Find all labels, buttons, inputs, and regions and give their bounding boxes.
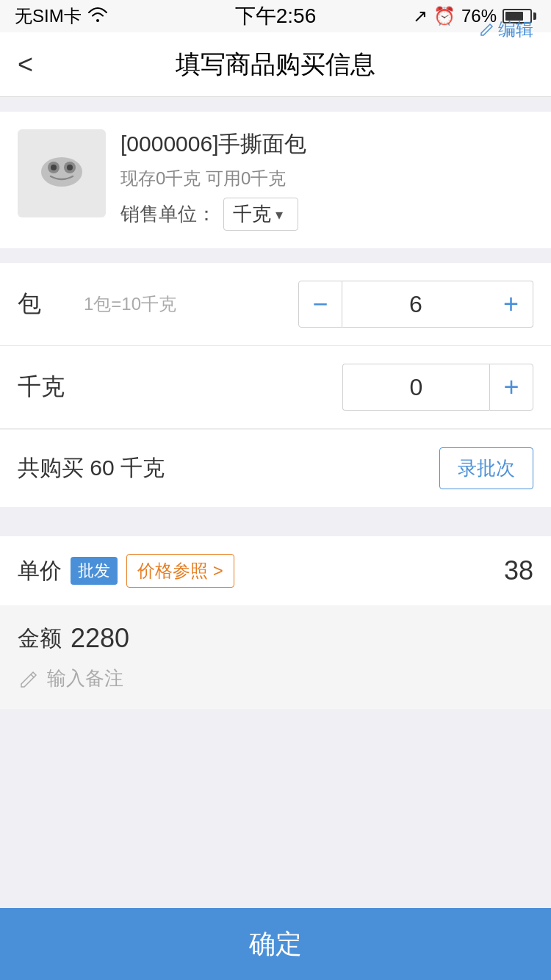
status-bar-left: 无SIM卡 <box>15 4 108 28</box>
svg-point-4 <box>67 165 73 170</box>
pencil-icon <box>18 668 40 690</box>
product-stock: 现存0千克 可用0千克 <box>120 167 533 190</box>
qty-controls-kg: + <box>342 364 533 411</box>
qty-input-bao[interactable] <box>342 281 489 328</box>
plus-button-bao[interactable]: + <box>489 281 533 328</box>
status-time: 下午2:56 <box>235 2 317 30</box>
location-icon: ↗ <box>413 6 428 26</box>
minus-button-bao[interactable]: − <box>298 281 342 328</box>
price-tag: 批发 <box>71 557 118 585</box>
total-section: 共购买 60 千克 录批次 <box>0 430 551 507</box>
price-section: 单价 批发 价格参照 > 38 <box>0 536 551 605</box>
price-ref-button[interactable]: 价格参照 > <box>126 554 234 588</box>
note-row[interactable]: 输入备注 <box>18 666 533 691</box>
batch-button[interactable]: 录批次 <box>439 447 533 489</box>
amount-value: 2280 <box>71 623 129 654</box>
amount-label: 金额 <box>18 624 62 654</box>
section-divider-1 <box>0 248 551 263</box>
qty-row-kg: 千克 + <box>0 346 551 429</box>
quantity-section: 包 1包=10千克 − + 千克 + <box>0 263 551 429</box>
chevron-down-icon: ▾ <box>276 206 283 223</box>
edit-button[interactable]: 编辑 <box>479 18 533 41</box>
section-divider-2 <box>0 507 551 522</box>
amount-section: 金额 2280 输入备注 <box>0 605 551 709</box>
svg-point-3 <box>51 165 57 170</box>
note-placeholder: 输入备注 <box>47 666 123 691</box>
price-left: 单价 批发 价格参照 > <box>18 554 234 588</box>
price-value: 38 <box>504 555 533 586</box>
qty-label-kg: 千克 <box>18 371 76 403</box>
product-card: [0000006]手撕面包 现存0千克 可用0千克 销售单位： 千克 ▾ 编辑 <box>0 112 551 248</box>
product-name: [0000006]手撕面包 <box>120 129 533 159</box>
status-bar: 无SIM卡 下午2:56 ↗ ⏰ 76% <box>0 0 551 32</box>
qty-sublabel-bao: 1包=10千克 <box>84 292 298 316</box>
amount-row: 金额 2280 <box>18 623 533 654</box>
product-unit-row: 销售单位： 千克 ▾ <box>120 198 533 231</box>
confirm-button[interactable]: 确定 <box>0 908 551 980</box>
wifi-icon <box>87 6 108 26</box>
unit-select[interactable]: 千克 ▾ <box>223 198 298 231</box>
page-title: 填写商品购买信息 <box>176 48 375 82</box>
qty-controls-bao: − + <box>298 281 533 328</box>
plus-button-kg[interactable]: + <box>489 364 533 411</box>
alarm-icon: ⏰ <box>433 6 455 26</box>
qty-row-bao: 包 1包=10千克 − + <box>0 263 551 346</box>
total-text: 共购买 60 千克 <box>18 453 165 483</box>
price-label: 单价 <box>18 556 62 586</box>
unit-label: 销售单位： <box>120 201 216 227</box>
product-image <box>18 129 106 217</box>
qty-label-bao: 包 <box>18 288 76 320</box>
carrier-label: 无SIM卡 <box>15 4 82 28</box>
back-button[interactable]: < <box>18 49 33 80</box>
nav-bar: < 填写商品购买信息 <box>0 32 551 97</box>
product-info: [0000006]手撕面包 现存0千克 可用0千克 销售单位： 千克 ▾ <box>120 129 533 231</box>
qty-input-kg[interactable] <box>342 364 489 411</box>
svg-point-0 <box>41 157 82 187</box>
